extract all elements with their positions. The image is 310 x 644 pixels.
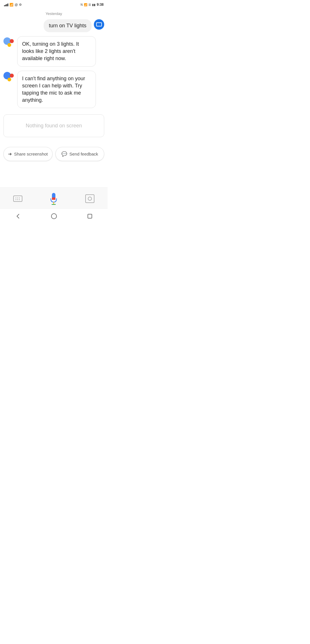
settings-icon: ⚙ [19, 3, 22, 7]
nav-recent-button[interactable] [86, 212, 94, 220]
svg-rect-5 [88, 214, 92, 218]
assistant-bubble-2: I can't find anything on your screen I c… [17, 71, 96, 108]
logo-dot-yellow [7, 43, 11, 47]
share-icon: ➜ [8, 151, 12, 157]
keyboard-dots [15, 198, 21, 200]
chat-area: Yesterday turn on TV lights OK, turning … [0, 8, 108, 145]
logo-dot-red [10, 39, 14, 43]
screen-capture-button[interactable] [84, 192, 96, 205]
screen-capture-icon [85, 194, 94, 203]
nav-back-button[interactable] [14, 212, 22, 220]
nfc-icon: N [81, 3, 83, 6]
spacer [0, 164, 108, 187]
vibrate-icon: ☰ [88, 3, 91, 6]
nothing-found-card: Nothing found on screen [3, 114, 104, 137]
mic-icon [49, 192, 58, 205]
assistant-message-row-2: I can't find anything on your screen I c… [3, 71, 104, 108]
keyboard-icon [13, 195, 22, 202]
google-assistant-logo-1 [3, 37, 15, 49]
share-screenshot-button[interactable]: ➜ Share screenshot [3, 147, 53, 161]
send-feedback-label: Send feedback [69, 152, 98, 156]
user-avatar [94, 19, 104, 30]
logo-dot-yellow-2 [7, 78, 11, 81]
bottom-toolbar [0, 187, 108, 208]
back-icon [15, 213, 21, 219]
share-screenshot-label: Share screenshot [14, 152, 48, 156]
mic-button[interactable] [47, 192, 61, 206]
feedback-icon: 💬 [61, 151, 67, 157]
status-left: 📶 @ ⚙ [4, 3, 22, 7]
clock: 9:38 [97, 3, 104, 7]
wifi-icon: 📶 [9, 3, 13, 7]
user-avatar-icon [96, 22, 102, 26]
recent-icon [87, 213, 93, 219]
action-buttons-row: ➜ Share screenshot 💬 Send feedback [0, 145, 108, 164]
bluetooth-icon: 📶 [84, 3, 87, 6]
user-bubble: turn on TV lights [44, 19, 92, 32]
assistant-message-row-1: OK, turning on 3 lights. It looks like 2… [3, 36, 104, 67]
status-bar: 📶 @ ⚙ N 📶 ☰ ▮▮ 9:38 [0, 0, 108, 8]
svg-rect-1 [52, 198, 55, 200]
assistant-bubble-1: OK, turning on 3 lights. It looks like 2… [17, 36, 96, 67]
status-right: N 📶 ☰ ▮▮ 9:38 [81, 3, 104, 7]
at-icon: @ [15, 3, 18, 6]
date-label: Yesterday [3, 12, 104, 16]
home-icon [51, 213, 57, 219]
logo-dot-red-2 [10, 74, 14, 78]
battery-icon: ▮▮ [92, 3, 96, 6]
svg-point-4 [51, 214, 57, 219]
user-message-row: turn on TV lights [3, 19, 104, 32]
google-assistant-logo-2 [3, 72, 15, 83]
nav-home-button[interactable] [50, 212, 58, 220]
keyboard-button[interactable] [11, 192, 24, 205]
signal-icon [4, 3, 8, 6]
nav-bar [0, 208, 108, 224]
send-feedback-button[interactable]: 💬 Send feedback [55, 147, 104, 161]
nothing-found-text: Nothing found on screen [26, 123, 82, 129]
